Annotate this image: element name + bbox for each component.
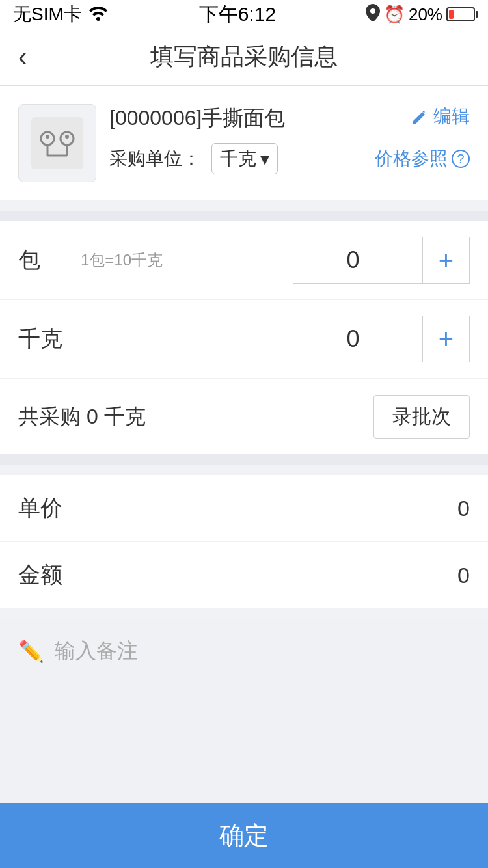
battery-percent: 20%	[409, 5, 442, 25]
unit-price-label: 单价	[18, 493, 62, 523]
product-card: [0000006]手撕面包 编辑 采购单位： 千克 ▾ 价格参照 ?	[0, 86, 488, 200]
kg-qty-field[interactable]	[293, 316, 423, 362]
unit-price-row: 单价 0	[0, 475, 488, 542]
kg-qty-input-box: +	[293, 316, 470, 362]
product-unit-row: 采购单位： 千克 ▾ 价格参照 ?	[109, 143, 470, 174]
wifi-icon	[87, 4, 109, 25]
carrier-label: 无SIM卡	[13, 2, 82, 27]
total-text: 共采购 0 千克	[18, 403, 146, 431]
status-bar: 无SIM卡 下午6:12 ⏰ 20%	[0, 0, 488, 29]
unit-price-value: 0	[457, 496, 470, 521]
total-row: 共采购 0 千克 录批次	[0, 379, 488, 454]
product-image	[18, 104, 96, 182]
back-button[interactable]: ‹	[18, 42, 27, 72]
section-divider-1	[0, 211, 488, 221]
nav-bar: ‹ 填写商品采购信息	[0, 29, 488, 86]
page-title: 填写商品采购信息	[150, 41, 338, 73]
product-info: [0000006]手撕面包 编辑 采购单位： 千克 ▾ 价格参照 ?	[109, 104, 470, 174]
location-icon	[366, 4, 380, 25]
unit-label: 采购单位：	[109, 148, 200, 169]
product-logo	[31, 117, 83, 169]
kg-label: 千克	[18, 324, 70, 354]
batch-button[interactable]: 录批次	[373, 395, 470, 439]
remark-placeholder: 输入备注	[55, 637, 470, 666]
quantity-section: 包 1包=10千克 + 千克 + 共采购 0 千克 录批次	[0, 221, 488, 454]
help-icon: ?	[452, 150, 470, 168]
edit-button[interactable]: 编辑	[411, 104, 470, 129]
bag-plus-button[interactable]: +	[423, 237, 470, 284]
unit-section: 采购单位： 千克 ▾	[109, 143, 278, 174]
status-time: 下午6:12	[199, 1, 276, 28]
kg-row: 千克 +	[0, 300, 488, 379]
kg-plus-button[interactable]: +	[423, 316, 470, 362]
section-divider-2	[0, 454, 488, 465]
confirm-button[interactable]: 确定	[0, 803, 488, 868]
status-right: ⏰ 20%	[366, 4, 475, 25]
dropdown-icon: ▾	[260, 148, 269, 170]
bag-qty-input-box: +	[293, 237, 470, 284]
product-header: [0000006]手撕面包 编辑	[109, 104, 470, 133]
amount-value: 0	[457, 563, 470, 588]
product-name: [0000006]手撕面包	[109, 104, 285, 133]
svg-point-5	[46, 135, 49, 139]
price-ref-button[interactable]: 价格参照 ?	[375, 146, 470, 171]
status-left: 无SIM卡	[13, 2, 109, 27]
bag-row: 包 1包=10千克 +	[0, 221, 488, 300]
unit-select[interactable]: 千克 ▾	[211, 143, 278, 174]
battery-icon	[446, 7, 475, 21]
bag-sublabel: 1包=10千克	[81, 250, 282, 271]
pencil-icon: ✏️	[18, 639, 44, 664]
bag-qty-field[interactable]	[293, 237, 423, 284]
amount-row: 金额 0	[0, 542, 488, 608]
alarm-icon: ⏰	[384, 5, 405, 25]
svg-point-6	[65, 135, 69, 139]
bag-label: 包	[18, 245, 70, 275]
amount-label: 金额	[18, 560, 62, 590]
remark-section[interactable]: ✏️ 输入备注	[0, 619, 488, 684]
price-section: 单价 0 金额 0	[0, 475, 488, 608]
